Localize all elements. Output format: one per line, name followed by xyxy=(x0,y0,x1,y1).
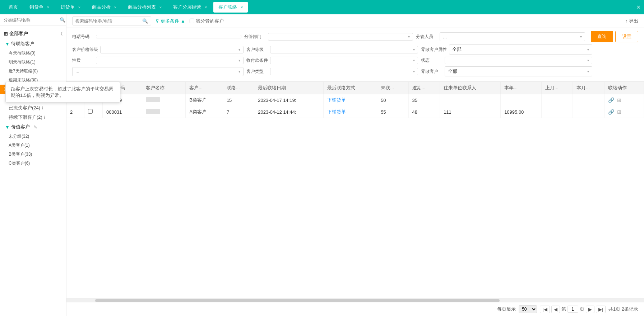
filter-fields: 电话号码 分管部门 ▾ 分管人员 ... ▾ xyxy=(66,28,644,82)
edit-value-icon[interactable]: ✎ xyxy=(33,124,37,130)
filter-row-1: 电话号码 分管部门 ▾ 分管人员 ... ▾ xyxy=(72,31,638,42)
col-last-month[interactable]: 上月... xyxy=(541,82,573,94)
phone-input[interactable] xyxy=(96,35,241,38)
customer-type-select[interactable]: ▾ xyxy=(270,68,418,75)
row-checkbox[interactable] xyxy=(84,106,102,118)
close-window-btn[interactable]: × xyxy=(636,4,640,11)
col-uncontacted[interactable]: 未联... xyxy=(377,82,408,94)
sidebar-search-icon[interactable]: 🔍 xyxy=(60,17,65,23)
payment-select[interactable]: ▾ xyxy=(270,57,418,64)
price-chevron: ▾ xyxy=(238,48,240,52)
row-check[interactable] xyxy=(88,109,93,114)
filter-row-4: ... ▾ 客户类型 ▾ 零散客户 全部 ▾ xyxy=(72,66,638,76)
prev-page-btn[interactable]: ◀ xyxy=(551,306,560,313)
col-overdue[interactable]: 逾期... xyxy=(408,82,440,94)
main-search-icon[interactable]: 🔍 xyxy=(142,18,148,24)
customer-level-select[interactable]: ▾ xyxy=(270,46,418,53)
item-tomorrow-contact[interactable]: 明天待联络(1) xyxy=(0,58,66,67)
col-last-date[interactable]: 最后联络日期 xyxy=(254,82,323,94)
section-pending-contact[interactable]: ▼ 待联络客户 xyxy=(0,39,66,49)
more-conditions-btn[interactable]: ⊽ 更多条件 ▲ xyxy=(156,18,185,24)
sidebar-search-input[interactable] xyxy=(4,18,57,23)
action-link-icon[interactable]: 🔗 xyxy=(608,109,614,115)
first-page-btn[interactable]: |◀ xyxy=(540,306,550,313)
nav-customer-mgmt[interactable]: 客户分层经营 × xyxy=(168,2,212,13)
col-type[interactable]: 客户... xyxy=(186,82,223,94)
nav-purchase[interactable]: 进货单 × xyxy=(56,2,85,13)
row-type: B类客户 xyxy=(186,94,223,106)
next-page-btn[interactable]: ▶ xyxy=(586,306,594,313)
col-name[interactable]: 客户名称 xyxy=(142,82,186,94)
my-customers-checkbox[interactable]: 我分管的客户 xyxy=(190,18,224,24)
row-overdue: 35 xyxy=(408,94,440,106)
col-this-month[interactable]: 本月... xyxy=(573,82,604,94)
main-search-input[interactable] xyxy=(75,19,140,24)
price-level-select[interactable]: ▾ xyxy=(100,46,244,53)
settings-btn[interactable]: 设置 xyxy=(615,31,638,42)
close-purchase-tab[interactable]: × xyxy=(78,5,80,9)
nav-home[interactable]: 首页 xyxy=(4,2,23,13)
col-last-method[interactable]: 最后联络方式 xyxy=(323,82,377,94)
my-customers-check[interactable] xyxy=(190,19,194,23)
last-page-btn[interactable]: ▶| xyxy=(596,306,606,313)
horizontal-scrollbar[interactable] xyxy=(66,298,644,302)
close-customer-contact-tab[interactable]: × xyxy=(241,5,243,9)
misc1-select[interactable]: ... ▾ xyxy=(72,67,244,76)
nav-product-list[interactable]: 商品分析列表 × xyxy=(123,2,167,13)
close-product-list-tab[interactable]: × xyxy=(159,5,162,9)
item-class-a[interactable]: A类客户(1) xyxy=(0,141,66,150)
close-sales-tab[interactable]: × xyxy=(47,5,49,9)
field-phone: 电话号码 xyxy=(72,34,241,40)
item-declining[interactable]: 持续下滑客户(2) ℹ xyxy=(0,113,66,122)
retail-customer-select[interactable]: 全部 ▾ xyxy=(445,66,592,76)
nav-sales[interactable]: 销货单 × xyxy=(24,2,54,13)
row-last-date: 2023-04-17 14:19: xyxy=(254,94,323,106)
person-chevron: ▾ xyxy=(580,35,582,39)
action-grid-icon[interactable]: ⊞ xyxy=(617,109,621,115)
nav-product-analysis[interactable]: 商品分析 × xyxy=(87,2,121,13)
action-link-icon[interactable]: 🔗 xyxy=(608,97,614,103)
query-btn[interactable]: 查询 xyxy=(591,31,613,42)
nature-select[interactable]: ▾ xyxy=(96,57,244,64)
status-select[interactable]: ▾ xyxy=(445,57,592,64)
field-customer-level: 客户等级 ▾ xyxy=(246,46,418,53)
main-search-box: 🔍 xyxy=(72,16,151,25)
row-this-month xyxy=(573,106,604,118)
section-value-customers[interactable]: ▼ 价值客户 ✎ xyxy=(0,122,66,132)
status-chevron: ▾ xyxy=(587,58,589,62)
row-last-method[interactable]: 下销货单 xyxy=(323,106,377,118)
info-icon-churned: ℹ xyxy=(42,106,43,110)
scrollbar-thumb[interactable] xyxy=(95,299,500,302)
item-ungrouped[interactable]: 未分组(32) xyxy=(0,132,66,141)
row-last-method[interactable]: 下销货单 xyxy=(323,94,377,106)
sidebar-all-customers[interactable]: ⊞ 全部客户 《 xyxy=(0,29,66,39)
arrow-value: ▼ xyxy=(5,124,10,130)
export-btn[interactable]: ↑ 导出 xyxy=(625,18,639,24)
per-page-select[interactable]: 50 100 200 xyxy=(519,305,537,313)
item-today-contact[interactable]: 今天待联络(0) xyxy=(0,49,66,58)
table-row: 1 000039 B类客户 15 2023-04-17 14:19: 下销货单 … xyxy=(66,94,644,106)
close-customer-mgmt-tab[interactable]: × xyxy=(205,5,207,9)
col-this-year[interactable]: 本年... xyxy=(501,82,542,94)
payment-chevron: ▾ xyxy=(413,58,415,62)
close-product-tab[interactable]: × xyxy=(114,5,116,9)
col-actions[interactable]: 联络动作 xyxy=(604,82,644,94)
col-contact-count[interactable]: 联络... xyxy=(223,82,254,94)
row-code: 000031 xyxy=(102,106,142,118)
collapse-sidebar-btn[interactable]: 《 xyxy=(59,31,62,37)
action-grid-icon[interactable]: ⊞ xyxy=(617,97,621,103)
item-churned[interactable]: 已流失客户(24) ℹ xyxy=(0,103,66,113)
row-last-month xyxy=(541,94,573,106)
table-row: 2 000031 A类客户 7 2023-04-12 14:44: 下销货单 5… xyxy=(66,106,644,118)
row-name xyxy=(142,94,186,106)
person-select[interactable]: ... ▾ xyxy=(440,32,585,41)
page-number-input[interactable] xyxy=(567,306,578,313)
dept-select[interactable]: ▾ xyxy=(268,33,413,41)
item-class-c[interactable]: C类客户(6) xyxy=(0,159,66,168)
item-7days-contact[interactable]: 近7天待联络(0) xyxy=(0,67,66,76)
nav-customer-contact[interactable]: 客户联络 × xyxy=(213,2,248,13)
item-class-b[interactable]: B类客户(33) xyxy=(0,150,66,159)
col-contacts[interactable]: 往来单位联系人 xyxy=(440,82,500,94)
chevron-up-icon: ▲ xyxy=(181,18,185,24)
retail-attr-select[interactable]: 全部 ▾ xyxy=(449,44,592,55)
